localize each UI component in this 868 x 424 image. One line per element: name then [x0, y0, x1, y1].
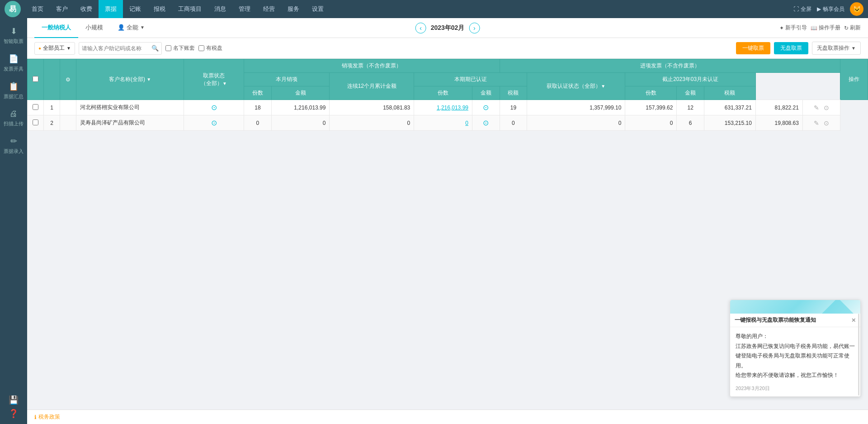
- chevron-down-icon: ▼: [140, 25, 145, 30]
- date-navigation: ‹ 2023年02月 ›: [415, 23, 480, 33]
- nav-invoice[interactable]: 票据: [99, 0, 123, 18]
- sidebar-bottom-icon2[interactable]: ❓: [9, 409, 19, 419]
- fullscreen-button[interactable]: ⛶ 全屏: [793, 5, 811, 13]
- sidebar-item-smart-ticket[interactable]: ⬇ 智能取票: [0, 23, 27, 48]
- scrollbar[interactable]: [858, 314, 859, 395]
- row-checkbox-0[interactable]: [33, 104, 38, 110]
- row-cumulative: 1,216,013.99: [414, 100, 472, 115]
- status-check-icon: ⊙: [211, 119, 217, 127]
- row-cert-icon: ⊙: [472, 100, 500, 115]
- row-cert-icon: ⊙: [472, 115, 500, 131]
- row-actions: ✎ ⊙: [802, 115, 840, 131]
- prev-month-button[interactable]: ‹: [415, 23, 426, 33]
- notification-header: 一键报税与无盘取票功能恢复通知 ✕: [730, 314, 860, 327]
- th-sales-count: 份数: [244, 86, 272, 100]
- document-icon: 📄: [9, 54, 19, 64]
- sidebar-item-scan-upload[interactable]: 🖨 扫描上传: [0, 105, 27, 131]
- top-navigation: 易 首页 客户 收费 票据 记账 报税 工商项目 消息 管理 经营 服务 设置 …: [0, 0, 868, 18]
- sidebar-item-invoice-open[interactable]: 📄 发票开具: [0, 50, 27, 76]
- edit-icon[interactable]: ✎: [814, 119, 819, 127]
- row-num: 1: [44, 100, 60, 115]
- th-cert-status: 获取认证状态（全部）▼: [527, 73, 625, 100]
- row-uncert-count: 12: [677, 100, 704, 115]
- tab-all-capable[interactable]: 👤 全能 ▼: [110, 18, 152, 38]
- sidebar-item-invoice-summary[interactable]: 📋 票据汇总: [0, 78, 27, 104]
- search-icon[interactable]: 🔍: [151, 45, 159, 52]
- sub-tabs-right-actions: ✦ 新手引导 📖 操作手册 ↻ 刷新: [779, 24, 861, 32]
- notification-close-button[interactable]: ✕: [851, 317, 856, 324]
- beginner-guide-button[interactable]: ✦ 新手引导: [779, 24, 807, 32]
- nav-home[interactable]: 首页: [25, 0, 50, 18]
- row-cert-tax: 0: [625, 115, 677, 131]
- row-ticket-status: ⊙: [184, 100, 244, 115]
- th-checkbox: [28, 59, 44, 100]
- fullscreen-icon: ⛶: [793, 6, 799, 12]
- refresh-button[interactable]: ↻ 刷新: [844, 24, 861, 32]
- th-settings: ⚙: [60, 59, 76, 100]
- no-disk-ops-button[interactable]: 无盘取票操作 ▼: [812, 42, 861, 55]
- sidebar-bottom-icon1[interactable]: 💾: [9, 395, 19, 405]
- member-button[interactable]: ▶ 畅享会员: [817, 5, 844, 13]
- sidebar-item-invoice-entry[interactable]: ✏ 票据录入: [0, 133, 27, 158]
- nav-business[interactable]: 工商项目: [172, 0, 208, 18]
- copy-icon[interactable]: ⊙: [824, 104, 829, 111]
- th-customer-name: 客户名称(全部) ▼: [76, 59, 184, 100]
- search-input[interactable]: [82, 45, 150, 52]
- row-checkbox-1[interactable]: [33, 119, 38, 125]
- under-name-checkbox[interactable]: 名下账套: [165, 44, 195, 52]
- notification-date: 2023年3月20日: [730, 385, 860, 396]
- notification-title: 一键报税与无盘取票功能恢复通知: [735, 316, 816, 324]
- nav-message[interactable]: 消息: [208, 0, 232, 18]
- manual-button[interactable]: 📖 操作手册: [811, 24, 840, 32]
- tab-general-taxpayer[interactable]: 一般纳税人: [34, 18, 78, 38]
- row-num: 2: [44, 115, 60, 131]
- nav-manage[interactable]: 管理: [232, 0, 257, 18]
- edit-icon[interactable]: ✎: [814, 104, 819, 111]
- th-cumulative: 连续12个月累计金额: [330, 73, 414, 100]
- select-all-checkbox[interactable]: [33, 76, 38, 82]
- avatar[interactable]: 🐱: [850, 2, 863, 16]
- nav-menu: 首页 客户 收费 票据 记账 报税 工商项目 消息 管理 经营 服务 设置: [25, 0, 330, 18]
- row-sales-amount: 0: [271, 115, 330, 131]
- no-disk-ticket-button[interactable]: 无盘取票: [774, 42, 808, 54]
- play-icon: ▶: [817, 6, 821, 12]
- one-key-ticket-button[interactable]: 一键取票: [736, 42, 770, 54]
- info-icon: ℹ: [34, 414, 37, 420]
- row-sales-count: 0: [244, 115, 272, 131]
- th-uncert-tax: 税额: [704, 86, 755, 100]
- row-actions: ✎ ⊙: [802, 100, 840, 115]
- th-ticket-status: 取票状态（全部）▼: [184, 59, 244, 100]
- employee-filter-dropdown[interactable]: ● 全部员工 ▼: [34, 42, 75, 55]
- row-sales-tax: 158,081.83: [330, 100, 414, 115]
- nav-bookkeeping[interactable]: 记账: [123, 0, 147, 18]
- toolbar-right-buttons: 一键取票 无盘取票 无盘取票操作 ▼: [736, 42, 861, 55]
- notification-body: 尊敬的用户： 江苏政务网已恢复访问电子税务局功能，易代账一键登陆电子税务局与无盘…: [730, 327, 860, 385]
- tax-policy-button[interactable]: ℹ 税务政策: [34, 413, 60, 421]
- nav-operation[interactable]: 经营: [257, 0, 281, 18]
- cert-check-icon: ⊙: [483, 119, 489, 127]
- row-company: 灵寿县尚泽矿产品有限公司: [76, 115, 184, 131]
- download-icon: ⬇: [10, 26, 17, 36]
- next-month-button[interactable]: ›: [469, 23, 480, 33]
- sub-tabs-left: 一般纳税人 小规模 👤 全能 ▼: [34, 18, 152, 38]
- list-icon: 📋: [9, 81, 19, 91]
- row-uncert-tax: 19,808.63: [755, 115, 802, 131]
- guide-icon: ✦: [779, 25, 784, 31]
- row-uncert-count: 6: [677, 115, 704, 131]
- row-sales-count: 18: [244, 100, 272, 115]
- nav-tax[interactable]: 报税: [147, 0, 172, 18]
- toolbar: ● 全部员工 ▼ 🔍 名下账套 有税盘 一键取票 无盘取票 无盘取票操作: [27, 38, 868, 59]
- notification-content: 尊敬的用户： 江苏政务网已恢复访问电子税务局功能，易代账一键登陆电子税务局与无盘…: [736, 332, 855, 381]
- copy-icon[interactable]: ⊙: [824, 119, 829, 127]
- pencil-icon: ✏: [10, 136, 17, 146]
- svg-marker-0: [820, 300, 856, 314]
- tab-small-scale[interactable]: 小规模: [78, 18, 110, 38]
- has-taxdisk-checkbox[interactable]: 有税盘: [198, 44, 222, 52]
- nav-service[interactable]: 服务: [281, 0, 306, 18]
- nav-settings[interactable]: 设置: [306, 0, 330, 18]
- nav-fee[interactable]: 收费: [74, 0, 99, 18]
- th-cert-tax: 税额: [500, 86, 527, 100]
- th-certified-period: 本期期已认证: [414, 73, 527, 86]
- nav-customer[interactable]: 客户: [50, 0, 74, 18]
- th-uncert-amount: 金额: [677, 86, 704, 100]
